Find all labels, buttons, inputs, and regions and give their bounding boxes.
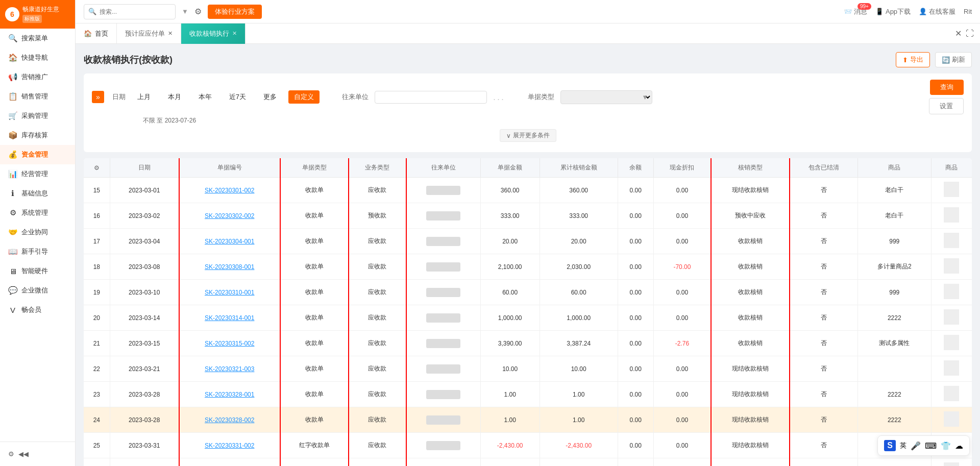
cell-amount: 360.00 <box>480 178 540 203</box>
cell-cancel-type: 收款核销 <box>711 331 790 356</box>
sidebar-settings-btn[interactable]: ⚙ <box>8 448 14 460</box>
doc-no-link[interactable]: SK-20230328-001 <box>205 391 254 398</box>
cell-cash-discount: -70.00 <box>653 254 710 280</box>
sidebar-item-sales[interactable]: 📋 销售管理 <box>0 87 75 106</box>
doc-type-select[interactable] <box>560 90 652 104</box>
app-download-btn[interactable]: 📱 App下载 <box>875 7 911 16</box>
sidebar-item-marketing[interactable]: 📢 营销推广 <box>0 67 75 87</box>
table-row[interactable]: 15 2023-03-01 SK-20230301-002 收款单 应收款 ██… <box>84 178 972 203</box>
sidebar-item-enterprise[interactable]: 🤝 企业协同 <box>0 223 75 242</box>
message-btn[interactable]: 📨 消息 99+ <box>844 7 867 16</box>
tab-close-window-btn[interactable]: ✕ <box>955 29 962 38</box>
cell-cancel-type: 现结收款核销 <box>711 382 790 407</box>
cell-cancel-type: 收款核销 <box>711 280 790 305</box>
date-btn-last-month[interactable]: 上月 <box>132 90 156 104</box>
doc-type-filter-label: 单据类型 <box>528 92 554 102</box>
sidebar-item-member[interactable]: V 畅会员 <box>0 300 75 320</box>
date-btn-this-year[interactable]: 本年 <box>193 90 217 104</box>
sidebar-item-system[interactable]: ⚙ 系统管理 <box>0 203 75 223</box>
cell-goods-1: 2222 <box>857 407 931 433</box>
cell-include-settled: 否 <box>790 229 857 254</box>
doc-no-link[interactable]: SK-20230302-002 <box>205 212 254 219</box>
table-row[interactable]: 22 2023-03-21 SK-20230321-003 收款单 应收款 ██… <box>84 356 972 382</box>
doc-no-link[interactable]: SK-20230328-002 <box>205 416 254 424</box>
table-row[interactable]: 20 2023-03-14 SK-20230314-001 收款单 应收款 ██… <box>84 305 972 331</box>
doc-no-link[interactable]: SK-20230308-001 <box>205 263 254 271</box>
sidebar-item-quicknav[interactable]: 🏠 快捷导航 <box>0 48 75 67</box>
doc-no-link[interactable]: SK-20230331-002 <box>205 442 254 449</box>
expand-conditions-btn[interactable]: ∨ 展开更多条件 <box>500 129 556 142</box>
cell-doc-type: 收款单 <box>280 229 349 254</box>
sidebar-item-guide[interactable]: 📖 新手引导 <box>0 242 75 261</box>
table-row[interactable]: 18 2023-03-08 SK-20230308-001 收款单 应收款 ██… <box>84 254 972 280</box>
industry-btn[interactable]: 体验行业方案 <box>208 5 262 19</box>
tab-fullscreen-btn[interactable]: ⛶ <box>966 29 974 38</box>
tab-prepay[interactable]: 预计应应付单 ✕ <box>117 23 181 44</box>
mic-icon[interactable]: 🎤 <box>911 441 921 451</box>
date-btn-7days[interactable]: 近7天 <box>224 90 252 104</box>
date-btn-more[interactable]: 更多 <box>258 90 282 104</box>
cell-amount: 2,100.00 <box>480 254 540 280</box>
purchase-icon: 🛒 <box>8 111 17 120</box>
cell-biz-type: 应收款 <box>349 331 406 356</box>
date-btn-custom[interactable]: 自定义 <box>288 90 320 104</box>
doc-no-link[interactable]: SK-20230301-002 <box>205 187 254 194</box>
table-row[interactable]: 25 2023-03-31 SK-20230331-002 红字收款单 应收款 … <box>84 433 972 458</box>
grid-icon[interactable]: ⌨ <box>925 441 937 451</box>
export-btn[interactable]: ⬆ 导出 <box>896 52 930 67</box>
expand-chevron-icon: ∨ <box>506 132 511 139</box>
sidebar-item-hardware[interactable]: 🖥 智能硬件 <box>0 261 75 281</box>
cell-goods-1 <box>857 356 931 382</box>
cell-doc-type: 收款单 <box>280 280 349 305</box>
tab-home[interactable]: 🏠 首页 <box>76 23 117 44</box>
doc-no-link[interactable]: SK-20230304-001 <box>205 238 254 245</box>
date-btn-this-month[interactable]: 本月 <box>162 90 187 104</box>
table-wrap[interactable]: ⚙ 日期 单据编号 单据类型 业务类型 往来单位 单据金额 累计核销金额 余额 … <box>84 158 972 466</box>
filter-expand-left[interactable]: » <box>92 93 104 101</box>
sidebar-item-label: 系统管理 <box>21 208 48 217</box>
sidebar-item-operations[interactable]: 📊 经营管理 <box>0 164 75 184</box>
table-row[interactable]: 17 2023-03-04 SK-20230304-001 收款单 应收款 ██… <box>84 229 972 254</box>
tab-close-icon[interactable]: ✕ <box>232 30 237 37</box>
table-row[interactable]: 26 2023-04-03 SK-20230403-002 收款单 预收款 ██… <box>84 458 972 467</box>
tab-close-icon[interactable]: ✕ <box>168 30 173 37</box>
col-settings[interactable]: ⚙ <box>84 158 110 178</box>
online-service-btn[interactable]: 👤 在线客服 <box>919 7 955 16</box>
table-row[interactable]: 19 2023-03-10 SK-20230310-001 收款单 应收款 ██… <box>84 280 972 305</box>
doc-no-link[interactable]: SK-20230314-001 <box>205 314 254 322</box>
sidebar-item-search[interactable]: 🔍 搜索菜单 <box>0 29 75 48</box>
sidebar-item-finance[interactable]: 💰 资金管理 <box>0 145 75 164</box>
dropdown-arrow-icon[interactable]: ▼ <box>182 8 188 15</box>
sidebar-collapse-btn[interactable]: ◀◀ <box>18 448 29 460</box>
table-row[interactable]: 16 2023-03-02 SK-20230302-002 收款单 预收款 ██… <box>84 203 972 229</box>
tab-collection[interactable]: 收款核销执行 ✕ <box>181 23 246 44</box>
topbar-search-box[interactable]: 🔍 <box>84 4 176 19</box>
sidebar-item-basics[interactable]: ℹ 基础信息 <box>0 184 75 203</box>
guide-icon: 📖 <box>8 247 17 256</box>
cell-biz-type: 应收款 <box>349 433 406 458</box>
sidebar-item-inventory[interactable]: 📦 库存核算 <box>0 126 75 145</box>
table-row[interactable]: 23 2023-03-28 SK-20230328-001 收款单 应收款 ██… <box>84 382 972 407</box>
search-input[interactable] <box>100 8 166 15</box>
table-row[interactable]: 21 2023-03-15 SK-20230315-002 收款单 应收款 ██… <box>84 331 972 356</box>
doc-no-link[interactable]: SK-20230315-002 <box>205 340 254 347</box>
doc-no-link[interactable]: SK-20230310-001 <box>205 289 254 296</box>
filter-area: » 日期 上月 本月 本年 近7天 更多 自定义 往来单位 ... 单据类型 <box>84 73 972 152</box>
cell-amount: 1.00 <box>480 382 540 407</box>
cell-balance: 0.00 <box>618 407 653 433</box>
refresh-btn[interactable]: 🔄 刷新 <box>935 52 972 67</box>
doc-no-link[interactable]: SK-20230321-003 <box>205 365 254 373</box>
col-biz-type: 业务类型 <box>349 158 406 178</box>
gear-icon[interactable]: ⚙ <box>194 7 202 16</box>
partner-filter-input[interactable] <box>375 91 487 104</box>
sidebar-item-purchase[interactable]: 🛒 采购管理 <box>0 106 75 126</box>
cell-cash-discount: -2.76 <box>653 331 710 356</box>
table-row[interactable]: 24 2023-03-28 SK-20230328-002 收款单 应收款 ██… <box>84 407 972 433</box>
cell-biz-type: 应收款 <box>349 229 406 254</box>
filter-expand-row: ∨ 展开更多条件 <box>92 129 964 142</box>
sidebar-item-wechat[interactable]: 💬 企业微信 <box>0 281 75 300</box>
setting-btn[interactable]: 设置 <box>929 98 964 114</box>
query-btn[interactable]: 查询 <box>930 80 964 95</box>
sidebar-item-label: 快捷导航 <box>21 53 48 62</box>
logo-char: 6 <box>10 10 14 18</box>
